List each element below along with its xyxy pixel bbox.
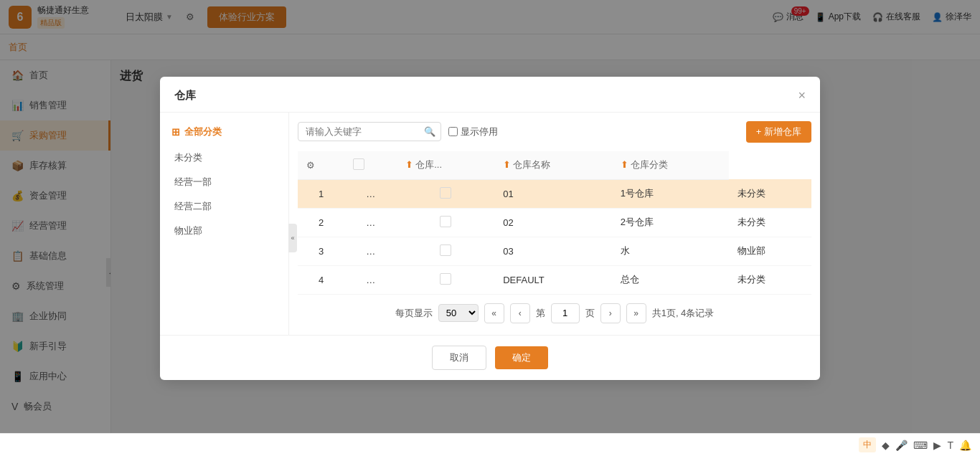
per-page-select[interactable]: 50 10 20 100 [438,304,479,322]
row-code: 01 [494,179,612,208]
statusbar-bell-icon: 🔔 [959,440,971,451]
category-all-label[interactable]: 全部分类 [184,125,222,138]
status-bar: 中 ◆ 🎤 ⌨ ▶ T 🔔 [0,433,980,456]
statusbar-play-icon: ▶ [933,440,941,451]
sort-category-icon: ⬆ [621,159,628,170]
search-input[interactable] [298,122,441,141]
row-checkbox[interactable] [397,237,494,265]
row-num: 3 [298,237,344,265]
row-category: 未分类 [729,265,811,294]
grid-icon: ⊞ [171,126,180,138]
category-list: 未分类经营一部经营二部物业部 [166,146,283,243]
total-info: 共1页, 4条记录 [652,307,715,320]
first-page-button[interactable]: « [484,303,504,323]
category-item[interactable]: 物业部 [166,219,283,243]
row-name: 水 [612,237,730,265]
statusbar-icon1: ◆ [882,440,890,451]
warehouse-modal: 仓库 × ⊞ 全部分类 未分类经营一部经营二部物业部 « 🔍 [160,77,820,380]
th-checkbox [344,151,397,180]
search-wrap: 🔍 [298,122,441,141]
row-name: 2号仓库 [612,208,730,237]
prev-page-button[interactable]: ‹ [510,303,530,323]
add-warehouse-button[interactable]: + 新增仓库 [746,121,811,143]
row-checkbox[interactable] [397,265,494,294]
statusbar-zhong: 中 [859,437,876,452]
table-row[interactable]: 3 … 03 水 物业部 [298,237,811,265]
table-body: 1 … 01 1号仓库 未分类 2 … 02 2号仓库 未分类 3 … 03 水… [298,179,811,294]
row-code: 02 [494,208,612,237]
last-page-button[interactable]: » [626,303,646,323]
row-num: 1 [298,179,344,208]
row-category: 物业部 [729,237,811,265]
th-code: ⬆仓库... [397,151,494,180]
table-panel: 🔍 显示停用 + 新增仓库 ⚙ [289,113,820,335]
page-input[interactable] [551,303,580,323]
table-row[interactable]: 2 … 02 2号仓库 未分类 [298,208,811,237]
row-category: 未分类 [729,179,811,208]
row-checkbox[interactable] [397,208,494,237]
category-item[interactable]: 经营一部 [166,170,283,194]
page-label: 第 [536,307,545,320]
statusbar-keyboard-icon: ⌨ [913,440,928,451]
row-category: 未分类 [729,208,811,237]
sort-code-icon: ⬆ [405,159,413,170]
row-check[interactable] [440,244,451,256]
modal-close-button[interactable]: × [798,88,806,103]
table-toolbar: 🔍 显示停用 + 新增仓库 [298,121,811,143]
row-check[interactable] [440,273,451,285]
row-actions: … [344,179,397,208]
row-actions: … [344,208,397,237]
row-actions: … [344,265,397,294]
row-num: 4 [298,265,344,294]
collapse-panel-button[interactable]: « [288,224,297,252]
modal-title: 仓库 [174,89,196,103]
modal-overlay[interactable]: 仓库 × ⊞ 全部分类 未分类经营一部经营二部物业部 « 🔍 [0,0,980,456]
category-panel: ⊞ 全部分类 未分类经营一部经营二部物业部 « [160,113,289,335]
table-row[interactable]: 4 … DEFAULT 总仓 未分类 [298,265,811,294]
row-name: 总仓 [612,265,730,294]
row-actions: … [344,237,397,265]
show-disabled-label[interactable]: 显示停用 [448,125,498,138]
page-after: 页 [585,307,595,320]
confirm-button[interactable]: 确定 [495,346,548,369]
table-row[interactable]: 1 … 01 1号仓库 未分类 [298,179,811,208]
search-icon[interactable]: 🔍 [424,126,435,137]
row-check[interactable] [440,187,451,199]
th-name: ⬆仓库名称 [494,151,612,180]
row-code: DEFAULT [494,265,612,294]
pagination: 每页显示 50 10 20 100 « ‹ 第 页 › » 共1页, 4条记录 [298,295,811,326]
category-item[interactable]: 未分类 [166,146,283,170]
category-item[interactable]: 经营二部 [166,194,283,219]
per-page-label: 每页显示 [395,307,433,320]
modal-body: ⊞ 全部分类 未分类经营一部经营二部物业部 « 🔍 显示停用 [160,113,820,335]
row-name: 1号仓库 [612,179,730,208]
show-disabled-checkbox[interactable] [448,127,458,136]
th-settings: ⚙ [298,151,344,180]
sort-name-icon: ⬆ [503,159,511,170]
statusbar-t-icon: T [947,440,953,451]
category-header: ⊞ 全部分类 [166,121,283,143]
row-code: 03 [494,237,612,265]
next-page-button[interactable]: › [600,303,621,323]
row-check[interactable] [440,216,451,227]
select-all-checkbox[interactable] [353,158,364,170]
row-num: 2 [298,208,344,237]
cancel-button[interactable]: 取消 [432,346,486,370]
modal-footer: 取消 确定 [160,335,820,380]
warehouse-table: ⚙ ⬆仓库... ⬆仓库名称 ⬆仓库分类 [298,151,811,295]
modal-header: 仓库 × [160,77,820,113]
statusbar-mic-icon: 🎤 [895,440,908,451]
th-category: ⬆仓库分类 [612,151,730,180]
row-checkbox[interactable] [397,179,494,208]
